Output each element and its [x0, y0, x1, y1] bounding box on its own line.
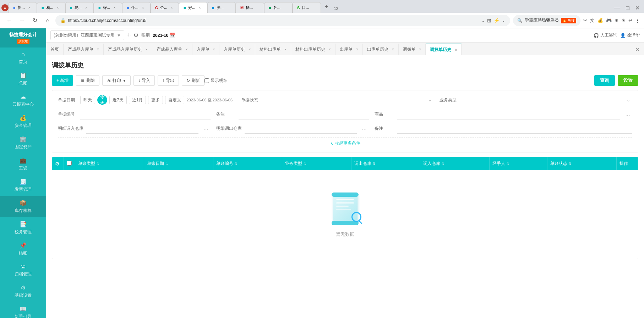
- delete-button[interactable]: 🗑 删除: [76, 75, 99, 86]
- sidebar-item-reports[interactable]: ☁ 云报表中心: [0, 90, 46, 111]
- menu-icon[interactable]: ⋮: [635, 18, 640, 23]
- home-button[interactable]: ⌂: [43, 16, 53, 26]
- week-btn[interactable]: 近7天: [109, 96, 127, 104]
- table-gear-icon[interactable]: ⚙: [55, 161, 60, 167]
- new-button[interactable]: + 新增: [52, 75, 73, 86]
- remarks2-input[interactable]: [397, 123, 632, 134]
- detail-out-ellipsis-btn[interactable]: …: [360, 125, 369, 131]
- detail-in-ellipsis-btn[interactable]: …: [201, 125, 211, 131]
- sidebar-item-fixed-assets[interactable]: 🏢 固定资产: [0, 132, 46, 154]
- tab-chang[interactable]: M 畅...: [236, 2, 264, 13]
- col-operator[interactable]: 经手人 ⇅: [489, 157, 547, 170]
- tab-ge[interactable]: ■ 个... ×: [122, 2, 151, 13]
- support-btn[interactable]: 🎧 人工咨询: [594, 32, 617, 38]
- tab-yi2[interactable]: ■ 易... ×: [65, 2, 94, 13]
- page-tab-in-history[interactable]: 入库单历史 ×: [219, 44, 255, 55]
- sidebar-item-payroll[interactable]: 💼 工资: [0, 154, 46, 175]
- detail-out-input[interactable]: [245, 123, 357, 134]
- table-settings-col[interactable]: ⚙: [52, 157, 64, 170]
- sidebar-item-invoice[interactable]: 🧾 发票管理: [0, 175, 46, 196]
- tab-ge2[interactable]: ■ 各...: [264, 2, 293, 13]
- minimize-btn[interactable]: —: [611, 4, 623, 13]
- custom-date-btn[interactable]: 自定义: [165, 96, 184, 104]
- col-transfer-in[interactable]: 调入仓库 ⇅: [420, 157, 490, 170]
- tab-hao[interactable]: ■ 好... ×: [94, 2, 122, 13]
- apps-icon[interactable]: ⊞: [615, 18, 618, 23]
- wallet-icon[interactable]: 💰: [597, 18, 603, 23]
- company-settings-button[interactable]: ⚙: [133, 32, 138, 39]
- page-tab-material-out[interactable]: 材料出库单 ×: [255, 44, 291, 55]
- month-btn[interactable]: 近1月: [129, 96, 146, 104]
- theme-icon[interactable]: ☀: [621, 18, 626, 23]
- sidebar-item-assets[interactable]: 💰 资金管理: [0, 111, 46, 132]
- col-doc-date[interactable]: 单账日期 ⇅: [144, 157, 213, 170]
- address-bar[interactable]: 🔒 https://cloud.chanjet.com/accounting/u…: [55, 15, 510, 26]
- company-selector[interactable]: (勿删勿禁用）江西服宝测试专用 ▼: [50, 30, 124, 40]
- display-toggle-checkbox[interactable]: [204, 78, 209, 83]
- sidebar-item-closing[interactable]: 📌 结账: [0, 239, 46, 260]
- tab-new-btn[interactable]: +: [321, 3, 332, 13]
- import-button[interactable]: ↓ 导入: [133, 75, 155, 86]
- more-date-btn[interactable]: 更多: [148, 96, 163, 104]
- forward-button[interactable]: →: [17, 16, 27, 26]
- tab-new1[interactable]: ■ 新... ×: [9, 2, 37, 13]
- tab-mu[interactable]: S 目...: [293, 2, 321, 13]
- sidebar-item-archive[interactable]: 🗂 归档管理: [0, 260, 46, 281]
- reload-button[interactable]: ↻: [30, 16, 40, 26]
- page-tab-product-in-history[interactable]: 产成品入库单历史 ×: [104, 44, 152, 55]
- table-checkbox-col[interactable]: [64, 157, 75, 170]
- sidebar-item-guide[interactable]: 📖 新手引导: [0, 302, 46, 318]
- print-button[interactable]: 🖨 打印 ▼: [102, 75, 131, 86]
- sidebar-item-inventory[interactable]: 📦 库存核算: [0, 196, 46, 217]
- doc-no-input[interactable]: [80, 109, 211, 119]
- col-doc-no[interactable]: 单账编号 ⇅: [213, 157, 282, 170]
- refresh-button[interactable]: ↻ 刷新: [182, 75, 204, 86]
- detail-in-input[interactable]: [86, 123, 198, 134]
- period-value[interactable]: 2021-10 📅: [153, 33, 175, 38]
- page-tab-material-out-history[interactable]: 材料出库单历史 ×: [291, 44, 335, 55]
- settings-button[interactable]: 设置: [618, 75, 638, 86]
- col-business-type[interactable]: 业务类型 ⇅: [282, 157, 351, 170]
- select-all-checkbox[interactable]: [67, 161, 72, 166]
- page-tab-home[interactable]: 首页: [46, 44, 64, 55]
- sidebar-item-settings[interactable]: ⚙ 基础设置: [0, 281, 46, 302]
- page-tab-transfer-history[interactable]: 调拨单历史 ×: [426, 44, 462, 55]
- tab-teng[interactable]: ■ 腾...: [207, 2, 236, 13]
- game-icon[interactable]: 🎮: [606, 18, 612, 23]
- add-company-button[interactable]: +: [127, 32, 131, 39]
- page-tab-in-order[interactable]: 入库单 ×: [192, 44, 220, 55]
- yesterday-btn[interactable]: 昨天: [80, 96, 95, 104]
- business-type-select[interactable]: ⌄: [462, 95, 632, 105]
- sidebar-item-ledger[interactable]: 📋 总账: [0, 68, 46, 90]
- scissors-icon[interactable]: ✂: [583, 18, 587, 23]
- goods-input[interactable]: [397, 109, 620, 119]
- page-tab-product-in[interactable]: 产成品入库单 ×: [64, 44, 104, 55]
- close-window-btn[interactable]: ✕: [632, 5, 643, 13]
- col-transfer-out[interactable]: 调出仓库 ⇅: [351, 157, 420, 170]
- tab-hao-active[interactable]: ■ 好... ×: [179, 2, 207, 13]
- remark-input[interactable]: [239, 109, 369, 119]
- undo-icon[interactable]: ↩: [628, 18, 632, 23]
- page-tab-product-in2[interactable]: 产成品入库单 ×: [152, 44, 192, 55]
- back-button[interactable]: ←: [4, 16, 14, 26]
- translate-icon[interactable]: 文: [590, 17, 595, 24]
- col-doc-status[interactable]: 单账状态 ⇅: [547, 157, 617, 170]
- tab-yi1[interactable]: ■ 易... ×: [37, 2, 65, 13]
- collapse-filter-btn[interactable]: ∧ 收起更多条件: [58, 137, 632, 148]
- page-tab-out-order[interactable]: 出库单 ×: [335, 44, 363, 55]
- status-select[interactable]: ⌄: [263, 95, 434, 105]
- export-button[interactable]: ↑ 导出: [158, 75, 179, 86]
- maximize-btn[interactable]: □: [623, 5, 632, 13]
- page-tab-transfer[interactable]: 调拨单 ×: [399, 44, 426, 55]
- close-all-tabs-btn[interactable]: ✕: [631, 44, 644, 55]
- page-tab-out-history[interactable]: 出库单历史 ×: [363, 44, 399, 55]
- sidebar-item-home[interactable]: ⌂ 首页: [0, 48, 46, 68]
- browser-search-bar[interactable]: 🔍 学霸应聘场驱鸟员 🔥 热搜: [513, 15, 580, 26]
- query-button[interactable]: 查询: [594, 75, 615, 86]
- display-toggle-label[interactable]: 显示明细: [204, 78, 228, 84]
- today-btn[interactable]: 今天: [97, 95, 107, 105]
- col-doc-type[interactable]: 单账类型 ⇅: [75, 157, 144, 170]
- goods-ellipsis-btn[interactable]: …: [623, 111, 632, 117]
- tab-qi[interactable]: C 企... ×: [151, 2, 179, 13]
- sidebar-item-tax[interactable]: 📑 税务管理: [0, 217, 46, 239]
